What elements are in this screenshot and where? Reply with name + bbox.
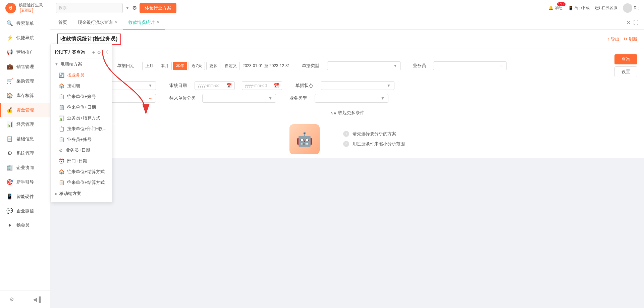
date-btn-7days[interactable]: 近7天 bbox=[189, 62, 205, 70]
tab-collection-stats[interactable]: 收款情况统计 ✕ bbox=[123, 16, 165, 30]
bottom-content: 🤖 1 请先选择要分析的方案 2 用过滤条件来缩小分析范围 bbox=[50, 124, 644, 158]
sidebar-item-inventory[interactable]: 🏠 库存核算 bbox=[0, 88, 50, 103]
date-btn-last-month[interactable]: 上月 bbox=[142, 62, 156, 70]
filter-row-1: 按以下方案查询 + ⚙ 《 单据日期 上月 本月 本年 近7天 更多 自定义 2… bbox=[57, 54, 637, 77]
date-btn-custom[interactable]: 自定义 bbox=[222, 62, 240, 70]
step-num-1: 1 bbox=[343, 131, 349, 137]
scheme-add-btn[interactable]: + bbox=[92, 50, 95, 55]
salesperson-more-icon[interactable]: ··· bbox=[500, 63, 503, 68]
quick-nav-icon: ⚡ bbox=[6, 35, 13, 41]
counterparty-category-select[interactable]: ▼ bbox=[202, 94, 276, 103]
sidebar-settings-btn[interactable]: ⚙ bbox=[7, 294, 17, 305]
chevron-up-icon: ∧∧ bbox=[330, 110, 337, 115]
header-gear-icon[interactable]: ⚙ bbox=[132, 5, 137, 11]
audit-date-start[interactable]: yyyy-mm-dd 📅 bbox=[195, 81, 235, 90]
counterparty-more-icon[interactable]: ··· bbox=[149, 96, 152, 101]
sidebar-item-search-menu[interactable]: 🔍 搜索菜单 bbox=[0, 16, 50, 31]
sidebar-item-member[interactable]: ♦ 畅会员 bbox=[0, 218, 50, 232]
scheme-item-by-detail[interactable]: 🏠 按明细 bbox=[51, 81, 112, 91]
sidebar-item-sales[interactable]: 💼 销售管理 bbox=[0, 59, 50, 74]
export-button[interactable]: ↑ 导出 bbox=[607, 36, 620, 42]
query-button[interactable]: 查询 bbox=[614, 54, 637, 64]
sidebar-item-enterprise[interactable]: 🏢 企业协同 bbox=[0, 160, 50, 175]
detail-scheme-icon: 🏠 bbox=[59, 83, 64, 89]
doc-type-select[interactable]: ▼ bbox=[327, 61, 401, 70]
sidebar-item-quick-nav[interactable]: ⚡ 快捷导航 bbox=[0, 31, 50, 45]
date-btn-this-year[interactable]: 本年 bbox=[173, 62, 187, 70]
app-download-label: App下载 bbox=[575, 5, 590, 11]
app-download-item[interactable]: 📱 App下载 bbox=[568, 5, 590, 11]
date-btn-more[interactable]: 更多 bbox=[206, 62, 220, 70]
business-type-arrow: ▼ bbox=[381, 96, 385, 101]
refresh-button[interactable]: ↻ 刷新 bbox=[624, 36, 637, 42]
sidebar-item-operations[interactable]: 📊 经营管理 bbox=[0, 117, 50, 132]
scheme-item-by-counterparty-dept[interactable]: 📋 按来单位+部门+收... bbox=[51, 123, 112, 134]
scheme-item-counterparty-account[interactable]: 📋 往来单位+账号 bbox=[51, 91, 112, 102]
tab-close-all-btn[interactable]: ✕ bbox=[626, 19, 631, 26]
scheme-item-counterparty-date[interactable]: 📋 往来单位+日期 bbox=[51, 102, 112, 113]
tab-collection-stats-close[interactable]: ✕ bbox=[157, 20, 160, 24]
audit-date-end[interactable]: yyyy-mm-dd 📅 bbox=[242, 81, 282, 90]
scheme-gear-btn[interactable]: ⚙ bbox=[97, 50, 101, 55]
scheme-item-dept-date[interactable]: ⏰ 部门+日期 bbox=[51, 156, 112, 166]
trial-button[interactable]: 体验行业方案 bbox=[140, 3, 176, 13]
user-avatar-item[interactable]: Rit bbox=[623, 3, 639, 13]
search-placeholder: 搜索 bbox=[59, 5, 67, 11]
sidebar-item-smart-hw[interactable]: 📱 智能硬件 bbox=[0, 189, 50, 204]
download-icon: 📱 bbox=[568, 6, 573, 10]
sidebar-item-purchase[interactable]: 🛒 采购管理 bbox=[0, 74, 50, 88]
service-icon: 💬 bbox=[595, 6, 600, 10]
sidebar-item-basic-info[interactable]: 📋 基础信息 bbox=[0, 132, 50, 146]
tab-bank-flow[interactable]: 现金银行流水查询 ✕ bbox=[72, 16, 123, 30]
guide-icon: 🎯 bbox=[6, 179, 13, 185]
cp-dept-icon: 📋 bbox=[59, 126, 64, 132]
sidebar-item-finance[interactable]: 💰 资金管理 bbox=[0, 103, 50, 117]
mobile-scheme-group[interactable]: ▶ 移动端方案 bbox=[51, 188, 112, 199]
salesperson-scheme-icon: 🔄 bbox=[59, 72, 64, 78]
dept-date-icon: ⏰ bbox=[59, 158, 64, 164]
online-service-item[interactable]: 💬 在线客服 bbox=[595, 5, 618, 11]
collapse-button[interactable]: ∧∧ 收起更多条件 bbox=[57, 107, 637, 118]
sidebar-label-search-menu: 搜索菜单 bbox=[16, 20, 34, 27]
operations-icon: 📊 bbox=[6, 121, 13, 127]
header-search-box[interactable]: 搜索 bbox=[56, 3, 123, 13]
scheme-item-sp-date-label: 业务员+日期 bbox=[66, 147, 90, 153]
tab-bank-flow-close[interactable]: ✕ bbox=[115, 20, 118, 24]
scheme-item-salesperson-account[interactable]: 📋 业务员+账号 bbox=[51, 134, 112, 145]
salesperson-select[interactable]: ··· bbox=[433, 61, 507, 70]
sp-date-icon: ⚙ bbox=[59, 148, 63, 153]
salesperson-label: 业务员 bbox=[413, 63, 426, 69]
message-icon-item[interactable]: 🔔 消息 99+ bbox=[548, 5, 563, 11]
empty-steps: 1 请先选择要分析的方案 2 用过滤条件来缩小分析范围 bbox=[343, 131, 405, 151]
scheme-item-cp-settlement1-label: 往来单位+结算方式 bbox=[67, 169, 105, 175]
tab-home[interactable]: 首页 bbox=[53, 16, 72, 30]
header-dropdown-arrow[interactable]: ▼ bbox=[125, 6, 129, 10]
doc-status-select[interactable]: ▼ bbox=[321, 81, 394, 90]
scheme-item-salesperson-date[interactable]: ⚙ 业务员+日期 bbox=[51, 145, 112, 156]
avatar bbox=[623, 3, 632, 13]
bell-icon: 🔔 bbox=[548, 6, 553, 10]
date-btn-this-month[interactable]: 本月 bbox=[158, 62, 172, 70]
smart-hw-icon: 📱 bbox=[6, 193, 13, 200]
settings-button[interactable]: 设置 bbox=[614, 66, 637, 77]
empty-step-1: 1 请先选择要分析的方案 bbox=[343, 131, 405, 137]
filter-panel: 按以下方案查询 + ⚙ 《 单据日期 上月 本月 本年 近7天 更多 自定义 2… bbox=[50, 49, 644, 124]
scheme-item-counterparty-settlement1[interactable]: 🏠 往来单位+结算方式 bbox=[51, 166, 112, 177]
sidebar-collapse-btn[interactable]: ◀▐ bbox=[30, 294, 43, 305]
scheme-item-counterparty-settlement2[interactable]: 📋 往来单位+结算方式 bbox=[51, 177, 112, 188]
sidebar-label-basic-info: 基础信息 bbox=[16, 136, 34, 142]
scheme-item-by-salesperson[interactable]: 🔄 按业务员 bbox=[51, 70, 112, 81]
sidebar-item-guide[interactable]: 🎯 新手引导 bbox=[0, 175, 50, 189]
sidebar-item-system[interactable]: ⚙ 系统管理 bbox=[0, 146, 50, 160]
username: Rit bbox=[634, 6, 639, 10]
sidebar-item-marketing[interactable]: 📢 营销推广 bbox=[0, 45, 50, 59]
scheme-collapse-btn[interactable]: 《 bbox=[103, 49, 108, 55]
counterparty-category-arrow: ▼ bbox=[268, 96, 272, 101]
tab-expand-btn[interactable]: ⛶ bbox=[633, 20, 639, 26]
desktop-scheme-group[interactable]: ▼ 电脑端方案 bbox=[51, 58, 112, 70]
business-type-select[interactable]: ▼ bbox=[315, 94, 388, 103]
scheme-item-salesperson-settlement[interactable]: 📊 业务员+结算方式 bbox=[51, 113, 112, 123]
sales-icon: 💼 bbox=[6, 63, 13, 70]
sidebar-item-wechat[interactable]: 💬 企业微信 bbox=[0, 204, 50, 218]
doc-type-label: 单据类型 bbox=[302, 63, 320, 69]
